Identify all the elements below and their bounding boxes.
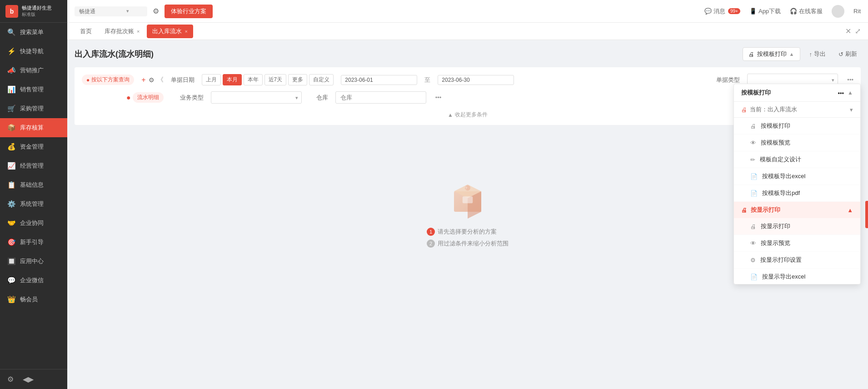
maximize-icon[interactable]: ⤢: [855, 27, 861, 35]
member-icon: 👑: [7, 295, 15, 304]
template-excel-icon: 📄: [750, 173, 758, 180]
sidebar-item-label: 库存核算: [20, 124, 44, 132]
inventory-icon: 📦: [7, 124, 15, 132]
export-button[interactable]: ↑ 导出: [806, 48, 830, 60]
sidebar-item-basic[interactable]: 📋 基础信息: [0, 175, 67, 194]
display-preview-icon: 👁: [750, 240, 756, 247]
filter-settings-icon[interactable]: ⚙: [149, 76, 155, 84]
tip-text-2: 用过滤条件来缩小分析范围: [438, 239, 509, 248]
dropdown-item-template-excel[interactable]: 📄 按模板导出excel: [734, 168, 860, 185]
sidebar-item-shortcut[interactable]: ⚡ 快捷导航: [0, 42, 67, 61]
template-excel-label: 按模板导出excel: [762, 172, 805, 180]
dropdown-item-display-excel[interactable]: 📄 按显示导出excel: [734, 269, 860, 284]
dropdown-display-section-header[interactable]: 🖨 按显示打印 ▲: [734, 202, 860, 218]
filter-date-last-month[interactable]: 上月: [202, 74, 221, 85]
search-input[interactable]: [79, 8, 125, 15]
sidebar-item-purchase[interactable]: 🛒 采购管理: [0, 99, 67, 118]
sidebar-item-finance[interactable]: 💰 资金管理: [0, 137, 67, 156]
filter-date-group: 上月 本月 本年 近7天 更多 自定义: [202, 74, 334, 85]
page-title: 出入库流水(流水明细): [75, 49, 154, 60]
search-dropdown-icon[interactable]: ▾: [126, 8, 129, 14]
filter-date-this-year[interactable]: 本年: [244, 74, 263, 85]
dropdown-more-icon[interactable]: •••: [838, 90, 844, 96]
finance-icon: 💰: [7, 143, 15, 151]
restore-icon[interactable]: ✕: [845, 27, 851, 35]
dropdown-item-template-preview[interactable]: 👁 按模板预览: [734, 135, 860, 151]
sidebar-item-search[interactable]: 🔍 搜索菜单: [0, 23, 67, 42]
dropdown-current-row: 🖨 当前：出入库流水 ▾: [734, 102, 860, 118]
trial-button[interactable]: 体验行业方案: [165, 5, 213, 18]
sidebar-item-label: 应用中心: [20, 257, 44, 265]
guide-icon: 🎯: [7, 238, 15, 246]
filter-date-to[interactable]: [438, 75, 514, 85]
filter-date-this-month[interactable]: 本月: [223, 74, 242, 85]
tab-flow[interactable]: 出入库流水 ×: [147, 25, 193, 38]
tip-num-1: 1: [427, 228, 435, 236]
tabs-window-controls: ✕ ⤢: [845, 27, 861, 35]
sidebar-item-inventory[interactable]: 📦 库存核算: [0, 118, 67, 137]
sidebar-item-appcenter[interactable]: 🔲 应用中心: [0, 252, 67, 271]
dropdown-item-display-settings[interactable]: ⚙ 按显示打印设置: [734, 252, 860, 269]
dropdown-item-display-preview[interactable]: 👁 按显示预览: [734, 235, 860, 252]
template-custom-icon: ✏: [750, 156, 755, 163]
filter-date-custom[interactable]: 自定义: [309, 74, 334, 85]
svg-rect-3: [463, 196, 473, 203]
empty-tips: 1 请先选择要分析的方案 2 用过滤条件来缩小分析范围: [427, 228, 509, 251]
topbar-gear-icon[interactable]: ⚙: [153, 7, 159, 15]
tab-flow-close[interactable]: ×: [185, 29, 187, 34]
filter-date-from[interactable]: [341, 75, 417, 85]
message-button[interactable]: 💬 消息 99+: [704, 7, 740, 15]
username-label: Rit: [853, 8, 861, 15]
refresh-button[interactable]: ↺ 刷新: [835, 48, 861, 60]
business-type-select[interactable]: [211, 91, 302, 104]
sidebar-toggle-icon[interactable]: ◀▶: [23, 375, 34, 384]
collapse-button[interactable]: ▲ 收起更多条件: [448, 111, 488, 119]
template-print-button[interactable]: 🖨 按模板打印 ▲: [743, 47, 800, 61]
online-service-button[interactable]: 🎧 在线客服: [790, 7, 823, 15]
dropdown-header-actions: ••• ▲: [838, 90, 853, 96]
page-title-row: 出入库流水(流水明细) 🖨 按模板打印 ▲ ↑ 导出 ↺ 刷新: [75, 47, 861, 61]
app-download-button[interactable]: 📱 App下载: [749, 7, 781, 15]
filter-date-more[interactable]: 更多: [288, 74, 307, 85]
warehouse-input[interactable]: [335, 91, 426, 104]
dropdown-item-template-pdf[interactable]: 📄 按模板导出pdf: [734, 185, 860, 202]
appcenter-icon: 🔲: [7, 257, 15, 265]
filter-date-7days[interactable]: 近7天: [264, 74, 287, 85]
sidebar-item-collab[interactable]: 🤝 企业协同: [0, 214, 67, 233]
sales-icon: 📊: [7, 85, 15, 94]
avatar[interactable]: [832, 5, 844, 18]
doc-type-more-icon[interactable]: •••: [847, 76, 853, 83]
filter-date-label: 单据日期: [171, 76, 195, 84]
warehouse-more-icon[interactable]: •••: [435, 94, 442, 101]
dropdown-current-label: 当前：出入库流水: [750, 105, 797, 114]
template-pdf-icon: 📄: [750, 190, 758, 197]
sidebar-item-operation[interactable]: 📈 经营管理: [0, 156, 67, 175]
page-area: 出入库流水(流水明细) 🖨 按模板打印 ▲ ↑ 导出 ↺ 刷新: [67, 40, 868, 389]
display-print-icon: 🖨: [750, 223, 756, 230]
filter-add-button[interactable]: +: [141, 76, 145, 84]
sidebar-item-sales[interactable]: 📊 销售管理: [0, 80, 67, 99]
dropdown-current-chevron[interactable]: ▾: [850, 106, 853, 113]
dropdown-item-display-print[interactable]: 🖨 按显示打印: [734, 218, 860, 235]
sidebar-item-label: 资金管理: [20, 143, 44, 151]
dropdown-item-template-custom[interactable]: ✏ 模板自定义设计: [734, 151, 860, 168]
tab-batch[interactable]: 库存批次账 ×: [99, 25, 145, 38]
sidebar-item-label: 经营管理: [20, 162, 44, 170]
filter-collapse-icon[interactable]: 《: [157, 76, 164, 84]
sidebar-item-member[interactable]: 👑 畅会员: [0, 290, 67, 309]
tab-batch-close[interactable]: ×: [137, 29, 140, 34]
sidebar-item-marketing[interactable]: 📣 营销推广: [0, 61, 67, 80]
service-label: 在线客服: [799, 7, 823, 15]
filter-tag-icon: ●: [126, 94, 131, 102]
dropdown-up-icon[interactable]: ▲: [848, 90, 853, 96]
sidebar-item-wechat[interactable]: 💬 企业微信: [0, 271, 67, 290]
tab-home[interactable]: 首页: [75, 25, 97, 38]
sidebar-item-guide[interactable]: 🎯 新手引导: [0, 233, 67, 252]
topbar-search-box[interactable]: ▾: [75, 6, 147, 16]
display-section-chevron[interactable]: ▲: [847, 207, 853, 214]
sidebar-settings-icon[interactable]: ⚙: [7, 375, 14, 384]
sidebar-item-system[interactable]: ⚙️ 系统管理: [0, 194, 67, 214]
dropdown-item-template-print[interactable]: 🖨 按模板打印: [734, 118, 860, 135]
sidebar: b 畅捷通好生意 标准版 🔍 搜索菜单 ⚡ 快捷导航 📣 营销推广 📊 销售管理…: [0, 0, 67, 389]
sidebar-footer: ⚙ ◀▶: [0, 369, 67, 389]
